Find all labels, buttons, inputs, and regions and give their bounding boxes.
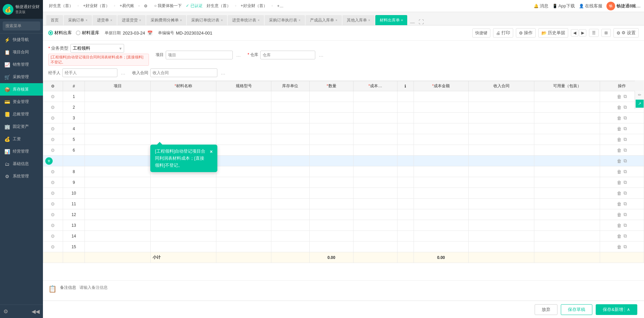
date-value[interactable]: 2023-03-24 [123, 31, 145, 36]
close-tab-other-inbound[interactable]: × [368, 18, 370, 22]
operator-dots[interactable]: … [121, 70, 125, 75]
copy-row-2[interactable]: ⧉ [624, 104, 627, 110]
tab-material-outbound[interactable]: 材料出库单 × [375, 15, 408, 25]
tab-purchase-order[interactable]: 采购订单 × [64, 15, 92, 25]
row-income-1[interactable] [469, 91, 534, 102]
number-value[interactable]: MD-20230324-001 [176, 31, 212, 36]
copy-row-9[interactable]: ⧉ [624, 179, 627, 185]
row-settings-btn-15[interactable]: ⚙ [51, 244, 55, 250]
delete-row-4[interactable]: 🗑 [617, 126, 622, 131]
tab-inbound-return[interactable]: 进退货货 × [117, 15, 146, 25]
delete-row-5[interactable]: 🗑 [617, 137, 622, 142]
discard-button[interactable]: 放弃 [535, 304, 557, 315]
delete-row-1[interactable]: 🗑 [617, 94, 622, 99]
row-settings-btn-3[interactable]: ⚙ [51, 115, 55, 121]
tab-purchase-stats[interactable]: 采购订单统计表 × [187, 15, 227, 25]
sidebar-item-quick-nav[interactable]: ⚡ 快捷导航 [0, 34, 43, 46]
topbar-item-haoyecai2[interactable]: +好业财（首） [238, 2, 270, 10]
topbar-item-yidaizhang[interactable]: +易代账 [117, 2, 137, 10]
row-settings-btn-6[interactable]: ⚙ [51, 148, 55, 153]
close-tab-purchase-order[interactable]: × [86, 18, 88, 22]
right-panel-icon-2[interactable]: ✏ [636, 91, 644, 99]
row-settings-btn-10[interactable]: ⚙ [51, 191, 55, 196]
close-tab-inbound-return[interactable]: × [139, 18, 141, 22]
topbar-user[interactable]: 畅 畅捷通8账… [606, 2, 641, 10]
topbar-item-haoshengyi[interactable]: 好生意（首） [46, 2, 76, 10]
sidebar-settings-button[interactable]: ⚙ [3, 308, 8, 315]
copy-row-12[interactable]: ⧉ [624, 212, 627, 217]
row-unit-1[interactable] [271, 91, 309, 102]
copy-row-6[interactable]: ⧉ [624, 147, 627, 153]
copy-row-4[interactable]: ⧉ [624, 126, 627, 131]
sidebar-item-project-contract[interactable]: 📋 项目合同 [0, 46, 43, 58]
copy-row-10[interactable]: ⧉ [624, 190, 627, 196]
row-project-1[interactable] [85, 91, 151, 102]
right-panel-icon-3[interactable]: ↗ [636, 100, 644, 108]
print-button[interactable]: 🖨 打印 [493, 28, 513, 38]
tab-inbound[interactable]: 进货单 × [93, 15, 117, 25]
sidebar-item-sales[interactable]: 📈 销售管理 [0, 58, 43, 71]
operator-input[interactable] [62, 68, 117, 77]
delete-row-3[interactable]: 🗑 [617, 115, 622, 121]
copy-row-1[interactable]: ⧉ [624, 94, 627, 99]
delete-row-10[interactable]: 🗑 [617, 190, 622, 196]
th-settings[interactable]: ⚙ [43, 81, 63, 91]
close-tab-purchase-stats[interactable]: × [221, 18, 223, 22]
tab-inbound-stats[interactable]: 进货单统计表 × [228, 15, 264, 25]
sidebar-item-system[interactable]: ⚙ 系统管理 [0, 170, 43, 182]
delete-row-15[interactable]: 🗑 [617, 244, 622, 250]
sidebar-item-fixed-assets[interactable]: 🏢 固定资产 [0, 120, 43, 133]
delete-row-2[interactable]: 🗑 [617, 104, 622, 110]
minimize-window[interactable]: — [408, 20, 417, 25]
row-settings-btn-8[interactable]: ⚙ [51, 169, 55, 174]
view-toggle-detail[interactable]: ⊞ [601, 29, 611, 37]
save-draft-button[interactable]: 保存草稿 [561, 304, 592, 315]
row-cost-1[interactable] [353, 91, 397, 102]
history-button[interactable]: 📂 历史单据 [538, 28, 568, 38]
copy-row-8[interactable]: ⧉ [624, 169, 627, 174]
copy-row-14[interactable]: ⧉ [624, 233, 627, 239]
sidebar-item-management[interactable]: 📊 经营管理 [0, 145, 43, 158]
row-settings-1[interactable]: ⚙ [43, 91, 63, 102]
close-tab-purchase-expense[interactable]: × [180, 18, 182, 22]
row-settings-btn-9[interactable]: ⚙ [51, 180, 55, 185]
maximize-window[interactable]: ⛶ [417, 19, 426, 25]
income-contract-input[interactable] [150, 68, 217, 77]
row-settings-btn-4[interactable]: ⚙ [51, 126, 55, 131]
settings-button[interactable]: ⚙ ⚙ 设置 [613, 28, 639, 38]
radio-material-outbound[interactable]: 材料出库 [48, 30, 72, 36]
row-material-1[interactable] [151, 91, 216, 102]
notes-input[interactable] [79, 283, 639, 296]
delete-row-14[interactable]: 🗑 [617, 233, 622, 239]
topbar-app-download[interactable]: 📱 App下载 [552, 3, 575, 9]
sidebar-item-basic-info[interactable]: 🗂 基础信息 [0, 158, 43, 170]
topbar-item-settings-gear[interactable]: ⚙ [141, 2, 150, 10]
copy-row-3[interactable]: ⧉ [624, 115, 627, 121]
prev-record-button[interactable]: ◀ [571, 29, 578, 37]
sidebar-item-salary[interactable]: 💰 工资 [0, 133, 43, 145]
warehouse-input[interactable] [260, 51, 315, 59]
tab-purchase-exec[interactable]: 采购订单执行表 × [265, 15, 305, 25]
income-contract-dots[interactable]: … [221, 70, 225, 75]
topbar-item-haoyecai[interactable]: +好业财（首） [80, 2, 112, 10]
delete-row-6[interactable]: 🗑 [617, 147, 622, 153]
tooltip-close-button[interactable]: × [210, 148, 213, 155]
shortcut-key-button[interactable]: 快捷键 [472, 29, 490, 38]
tab-other-inbound[interactable]: 其他入库单 × [342, 15, 375, 25]
sidebar-item-ledger[interactable]: 📒 总账管理 [0, 108, 43, 120]
tab-product-inbound[interactable]: 产成品入库单 × [306, 15, 342, 25]
project-input[interactable] [166, 51, 233, 59]
save-new-arrow[interactable]: ∧ [625, 307, 630, 312]
close-tab-inbound-stats[interactable]: × [258, 18, 260, 22]
row-qty-1[interactable] [310, 91, 354, 102]
row-cost-amt-1[interactable] [414, 91, 468, 102]
row-settings-btn-1[interactable]: ⚙ [51, 94, 55, 99]
delete-active-row[interactable]: 🗑 [617, 158, 622, 164]
project-dots[interactable]: … [236, 52, 241, 58]
topbar-online-service[interactable]: 👤 在线客服 [579, 3, 602, 9]
close-tab-purchase-exec[interactable]: × [299, 18, 301, 22]
add-row-button[interactable]: + [45, 157, 53, 165]
copy-active-row[interactable]: ⧉ [624, 158, 627, 164]
copy-row-15[interactable]: ⧉ [624, 244, 627, 250]
sidebar-item-inventory[interactable]: 📦 库存核算 [0, 83, 43, 96]
